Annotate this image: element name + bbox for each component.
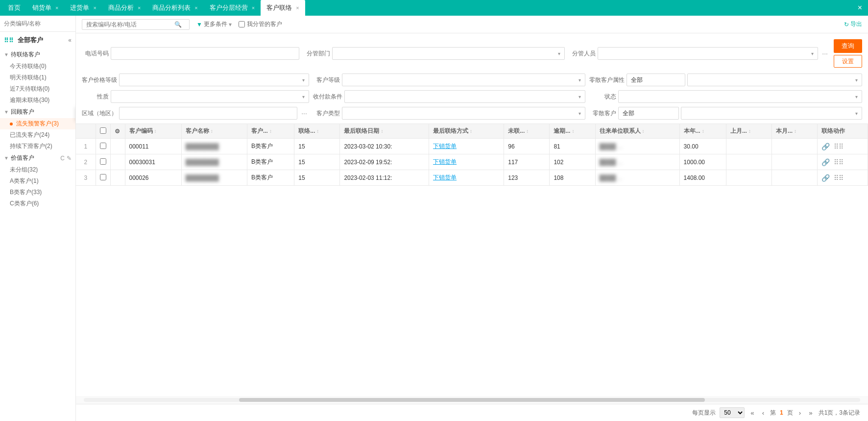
more-conditions-btn[interactable]: ▼ 更多条件 ▾: [193, 19, 235, 30]
sidebar-item-a-class[interactable]: A类客户(1): [0, 175, 75, 187]
filter-select-region[interactable]: [119, 107, 297, 120]
sidebar-item-churn-warning[interactable]: 流失预警客户(3): [0, 118, 75, 129]
sidebar-item-overdue-contact[interactable]: 逾期未联络(30): [0, 95, 75, 106]
th-overdue[interactable]: 逾期...↕: [550, 124, 595, 139]
tab-customer-contact[interactable]: 客户联络 ×: [261, 0, 305, 16]
cell-checkbox[interactable]: [96, 139, 110, 154]
tab-home[interactable]: 首页: [2, 0, 26, 16]
filter-select-zero-customer[interactable]: 全部: [618, 107, 679, 120]
tab-goods-analysis[interactable]: 商品分析 ×: [102, 0, 146, 16]
th-this-month[interactable]: 本月...↕: [772, 124, 818, 139]
group-pending-contact[interactable]: ▼ 待联络客户: [0, 49, 75, 61]
prev-page-btn[interactable]: ‹: [760, 408, 766, 418]
cell-last-method[interactable]: 下销货单: [429, 139, 504, 154]
search-button-icon[interactable]: 🔍: [174, 21, 182, 28]
filter-select-zero-customer-value[interactable]: ▾: [681, 107, 862, 120]
my-customers-checkbox[interactable]: [239, 21, 245, 27]
contact-method-link[interactable]: 下销货单: [433, 143, 457, 149]
th-last-contact-method[interactable]: 最后联络方式↕: [429, 124, 504, 139]
page-size-select[interactable]: 50 100 200: [720, 407, 745, 418]
person-dots-icon[interactable]: ···: [820, 50, 830, 57]
query-button[interactable]: 查询: [834, 39, 862, 53]
table-settings-icon[interactable]: ⚙: [115, 128, 120, 135]
filter-select-dept[interactable]: ▾: [332, 47, 564, 60]
cell-last-method[interactable]: 下销货单: [429, 170, 504, 186]
action-grid-icon[interactable]: ⠿⠿: [834, 174, 844, 182]
sidebar-item-ungrouped[interactable]: 未分组(32): [0, 164, 75, 175]
th-settings[interactable]: ⚙: [110, 124, 125, 139]
tab-purchase[interactable]: 进货单 ×: [64, 0, 102, 16]
search-input-group[interactable]: 🔍: [82, 19, 190, 30]
tab-sales[interactable]: 销货单 ×: [26, 0, 64, 16]
sidebar-item-today-pending[interactable]: 今天待联络(0): [0, 61, 75, 72]
row-checkbox-2[interactable]: [100, 174, 106, 180]
row-checkbox-1[interactable]: [100, 158, 106, 165]
sidebar-item-c-class[interactable]: C类客户(6): [0, 198, 75, 209]
th-checkbox[interactable]: [96, 124, 110, 139]
th-last-contact-date[interactable]: 最后联络日期↕: [340, 124, 429, 139]
filter-select-nature[interactable]: ▾: [111, 90, 309, 103]
filter-select-person[interactable]: ▾: [598, 47, 819, 60]
value-customers-edit-icon[interactable]: C: [60, 155, 65, 162]
action-link-icon[interactable]: 🔗: [821, 143, 830, 150]
filter-select-status[interactable]: ▾: [618, 90, 862, 103]
all-customers-header[interactable]: ⠿⠿ 全部客户 «: [0, 32, 75, 49]
sidebar-search-input[interactable]: [4, 20, 76, 27]
my-customers-checkbox-label[interactable]: 我分管的客户: [239, 20, 282, 28]
th-contact[interactable]: 联络...↕: [294, 124, 340, 139]
filter-select-zero-attr-value[interactable]: ▾: [687, 74, 862, 86]
sidebar-item-tomorrow-pending[interactable]: 明天待联络(1): [0, 72, 75, 83]
th-uncontacted[interactable]: 未联...↕: [504, 124, 550, 139]
export-btn[interactable]: ↻ 导出: [844, 20, 862, 28]
contact-method-link[interactable]: 下销货单: [433, 174, 457, 181]
tab-close-customer-contact[interactable]: ×: [296, 5, 299, 11]
filter-select-payment[interactable]: ▾: [344, 90, 586, 103]
sidebar-search-bar[interactable]: 🔍: [0, 16, 75, 32]
search-input[interactable]: [86, 21, 174, 28]
group-lost-customers[interactable]: ▼ 回顾客户: [0, 106, 75, 118]
value-customers-add-icon[interactable]: ✎: [67, 155, 72, 162]
tab-close-customer-segment[interactable]: ×: [252, 5, 255, 11]
th-code[interactable]: 客户编码↕: [125, 124, 181, 139]
cell-checkbox[interactable]: [96, 170, 110, 186]
first-page-btn[interactable]: «: [748, 408, 756, 418]
th-unit-contact[interactable]: 往来单位联系人↕: [595, 124, 679, 139]
action-link-icon[interactable]: 🔗: [821, 174, 830, 182]
filter-input-phone[interactable]: [111, 47, 299, 60]
tab-close-purchase[interactable]: ×: [93, 5, 96, 11]
last-page-btn[interactable]: »: [807, 408, 814, 418]
settings-button[interactable]: 设置: [834, 55, 862, 68]
tab-customer-segment[interactable]: 客户分层经营 ×: [204, 0, 261, 16]
action-grid-icon[interactable]: ⠿⠿: [834, 143, 844, 150]
action-grid-icon[interactable]: ⠿⠿: [834, 158, 844, 166]
window-close-btn[interactable]: ×: [854, 3, 866, 12]
select-all-checkbox[interactable]: [100, 127, 106, 134]
action-link-icon[interactable]: 🔗: [821, 158, 830, 166]
th-last-month[interactable]: 上月...↕: [726, 124, 772, 139]
row-checkbox-0[interactable]: [100, 143, 106, 149]
sidebar-item-7days-pending[interactable]: 近7天待联络(0): [0, 83, 75, 95]
next-page-btn[interactable]: ›: [797, 408, 803, 418]
cell-last-method[interactable]: 下销货单: [429, 154, 504, 170]
th-name[interactable]: 客户名称↕: [181, 124, 247, 139]
group-value-customers[interactable]: ▼ 价值客户 C ✎: [0, 152, 75, 164]
filter-select-customer-type[interactable]: ▾: [342, 107, 586, 120]
tab-goods-analysis-list[interactable]: 商品分析列表 ×: [146, 0, 203, 16]
sidebar-item-churned[interactable]: 已流失客户(24): [0, 129, 75, 141]
tab-close-goods-analysis-list[interactable]: ×: [194, 5, 197, 11]
th-this-year[interactable]: 本年...↕: [679, 124, 726, 139]
cell-checkbox[interactable]: [96, 154, 110, 170]
region-dots-icon[interactable]: ···: [299, 109, 309, 117]
filter-select-customer-level[interactable]: ▾: [342, 74, 586, 86]
filter-select-price-level[interactable]: ▾: [119, 74, 309, 86]
filter-select-zero-attr[interactable]: 全部: [627, 74, 685, 86]
th-type[interactable]: 客户...↕: [247, 124, 294, 139]
contact-method-link[interactable]: 下销货单: [433, 158, 457, 165]
tab-close-goods-analysis[interactable]: ×: [138, 5, 141, 11]
tab-close-sales[interactable]: ×: [55, 5, 58, 11]
sidebar-collapse-btn[interactable]: «: [68, 37, 72, 44]
sidebar-item-declining[interactable]: 持续下滑客户(2): [0, 141, 75, 152]
sidebar-item-b-class[interactable]: B类客户(33): [0, 187, 75, 198]
cell-this-month: [772, 170, 818, 186]
horizontal-scrollbar[interactable]: [76, 396, 868, 404]
